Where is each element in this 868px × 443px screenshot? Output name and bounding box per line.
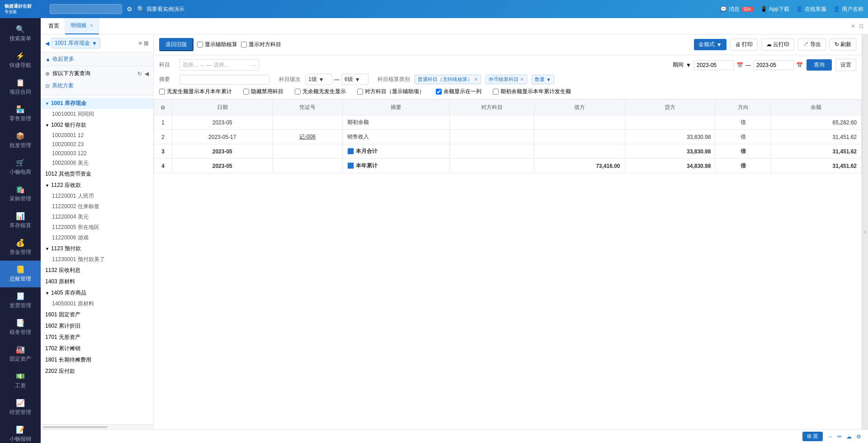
demo-link[interactable]: 🔍 我要看实例演示: [137, 5, 184, 13]
account-10020006[interactable]: 10020006 美元: [41, 158, 153, 168]
subject-selector[interactable]: 1001 库存现金 ▼: [52, 38, 100, 48]
sidebar-item-business[interactable]: 📈 经营管理: [0, 394, 41, 421]
horizontal-scrollbar[interactable]: [43, 426, 108, 428]
no-activity-checkbox[interactable]: 无发生额显示本月本年累计: [159, 88, 232, 95]
level-end-select[interactable]: 6级 ▼: [341, 74, 368, 85]
sidebar-item-invoice[interactable]: 🧾 发票管理: [0, 287, 41, 314]
lang-switch-button[interactable]: ⊞ 英: [802, 432, 823, 441]
account-1123[interactable]: ▼ 1123 预付款: [41, 243, 153, 254]
no-balance-checkbox[interactable]: 无余额无发生显示: [295, 88, 346, 95]
close-window-icon[interactable]: ✕: [851, 23, 855, 29]
sidebar-item-ecommerce[interactable]: 🛒 小畅电商: [0, 154, 41, 181]
print-button[interactable]: 🖨 打印: [730, 38, 758, 51]
message-button[interactable]: 💬 消息 99+: [720, 5, 754, 13]
account-10020001[interactable]: 10020001 12: [41, 131, 153, 140]
level-start-select[interactable]: 1级 ▼: [305, 74, 332, 85]
account-1801[interactable]: 1801 长期待摊费用: [41, 354, 153, 366]
category-tag-close-icon[interactable]: ✕: [474, 76, 478, 82]
settings-gear-icon[interactable]: ⚙: [127, 5, 132, 13]
account-1602[interactable]: 1602 累计折旧: [41, 320, 153, 332]
calendar-icon[interactable]: 📅: [736, 62, 743, 68]
sidebar-item-quicknav[interactable]: ⚡ 快捷导航: [0, 47, 41, 74]
period-end-input[interactable]: [753, 60, 794, 70]
account-1001[interactable]: ▼ 1001 库存现金: [41, 98, 153, 109]
fold-icon[interactable]: ⊠: [144, 40, 149, 47]
settings-bottom-icon[interactable]: ⚙: [856, 433, 861, 440]
top-search-input[interactable]: [50, 4, 122, 14]
account-1601[interactable]: 1601 固定资产: [41, 309, 153, 320]
sidebar-item-search[interactable]: 🔍 搜索菜单: [0, 20, 41, 47]
show-opposite-checkbox[interactable]: 显示对方科目: [241, 41, 281, 48]
return-old-button[interactable]: 退回旧版: [159, 38, 193, 51]
arrow-icon[interactable]: →: [827, 433, 833, 440]
refresh-filter-icon[interactable]: ↻: [137, 71, 142, 77]
account-1132[interactable]: 1132 应收利息: [41, 265, 153, 276]
sidebar-item-assets[interactable]: 🏭 固定资产: [0, 341, 41, 367]
app-download-button[interactable]: 📱 App下载: [760, 5, 789, 13]
account-10020002[interactable]: 10020002 23: [41, 140, 153, 149]
balance-one-col-checkbox[interactable]: 余额显示在一列: [436, 88, 481, 95]
maximize-icon[interactable]: ⊡: [859, 23, 863, 29]
account-1012[interactable]: 1012 其他货币资金: [41, 168, 153, 180]
cloud-icon[interactable]: ☁: [846, 433, 852, 440]
sidebar-item-inventory[interactable]: 📊 库存核算: [0, 207, 41, 234]
summary-input[interactable]: [179, 75, 270, 85]
account-11230001[interactable]: 11230001 预付款美了: [41, 254, 153, 265]
period-dropdown-icon[interactable]: ▼: [686, 62, 691, 68]
calendar-end-icon[interactable]: 📅: [796, 62, 803, 68]
right-collapse-handle[interactable]: ›: [862, 34, 868, 429]
category-tag-ordinary[interactable]: 普通科目（无特殊核算） ✕: [415, 75, 481, 84]
cloud-print-button[interactable]: ☁ 云打印: [761, 38, 794, 51]
tab-close-icon[interactable]: ✕: [90, 23, 93, 28]
account-2202[interactable]: 2202 应付款: [41, 366, 153, 377]
system-scheme-button[interactable]: ⊙ 系统方案: [45, 80, 149, 91]
quantity-tag[interactable]: 数量 ▼: [532, 75, 554, 84]
sidebar-item-contract[interactable]: 📋 项目合同: [0, 74, 41, 100]
refresh-button[interactable]: ↻ 刷新: [830, 38, 856, 51]
col-settings[interactable]: ⚙: [154, 100, 172, 115]
amount-style-button[interactable]: 金额式 ▼: [694, 39, 726, 50]
row-2-voucher[interactable]: 记-006: [273, 130, 342, 144]
subject-select[interactable]: 选择... ··· — 选择... ···: [179, 59, 259, 71]
collapse-filter-icon[interactable]: ◀: [145, 71, 149, 77]
account-1002[interactable]: ▼ 1002 银行存款: [41, 119, 153, 131]
account-10020003[interactable]: 10020003 122: [41, 149, 153, 158]
sidebar-item-capital[interactable]: 💰 资金管理: [0, 234, 41, 261]
sidebar-item-retail[interactable]: 🏪 零售管理: [0, 100, 41, 127]
sidebar-item-salary[interactable]: 💵 工资: [0, 367, 41, 394]
opposite-checkbox[interactable]: 对方科目（显示辅助项）: [357, 88, 425, 95]
online-service-button[interactable]: 👤 在线客服: [796, 5, 826, 13]
period-start-input[interactable]: [693, 60, 734, 70]
tab-home[interactable]: 首页: [43, 18, 65, 34]
settings-button[interactable]: 设置: [835, 59, 856, 71]
account-11220001[interactable]: 11220001 人民币: [41, 191, 153, 201]
account-1122[interactable]: ▼ 1122 应收款: [41, 180, 153, 191]
category-tag-foreign[interactable]: 外币核算科目 ✕: [486, 75, 527, 84]
sidebar-item-wholesale[interactable]: 📦 批发管理: [0, 127, 41, 154]
account-14050001[interactable]: 14050001 原材料: [41, 299, 153, 309]
back-arrow-icon[interactable]: ◀: [45, 40, 49, 47]
account-11220005[interactable]: 11220005 所在地区: [41, 222, 153, 233]
expand-button[interactable]: ▲ 收起更多: [41, 52, 153, 66]
account-11220006[interactable]: 11220006 游戏: [41, 233, 153, 243]
account-11220002[interactable]: 11220002 住来标签: [41, 201, 153, 212]
hide-disabled-checkbox[interactable]: 隐藏禁用科目: [243, 88, 283, 95]
sidebar-item-general[interactable]: 📒 总账管理: [0, 261, 41, 287]
sidebar-item-purchase[interactable]: 🛍️ 采购管理: [0, 181, 41, 207]
account-1405[interactable]: ▼ 1405 库存商品: [41, 287, 153, 299]
tab-ledger[interactable]: 明细账 ✕: [65, 18, 99, 34]
user-avatar[interactable]: 👤 用户名称: [833, 5, 863, 13]
query-button[interactable]: 查询: [807, 59, 832, 71]
no-opening-checkbox[interactable]: 期初余额显示本年累计发生额: [493, 88, 571, 95]
account-10010001[interactable]: 10010001 同同同: [41, 109, 153, 119]
sidebar-item-tax[interactable]: 📑 税务管理: [0, 314, 41, 341]
export-button[interactable]: ↗ 导出: [798, 38, 826, 51]
show-aux-checkbox[interactable]: 显示辅助核算: [197, 41, 237, 48]
account-1403[interactable]: 1403 原材料: [41, 276, 153, 287]
account-11220004[interactable]: 11220004 美元: [41, 212, 153, 222]
account-1702[interactable]: 1702 累计摊销: [41, 343, 153, 354]
columns-icon[interactable]: ≡: [138, 40, 142, 47]
account-1701[interactable]: 1701 无形资产: [41, 332, 153, 343]
edit-icon[interactable]: ✏: [837, 433, 842, 440]
foreign-tag-close-icon[interactable]: ✕: [520, 76, 524, 82]
